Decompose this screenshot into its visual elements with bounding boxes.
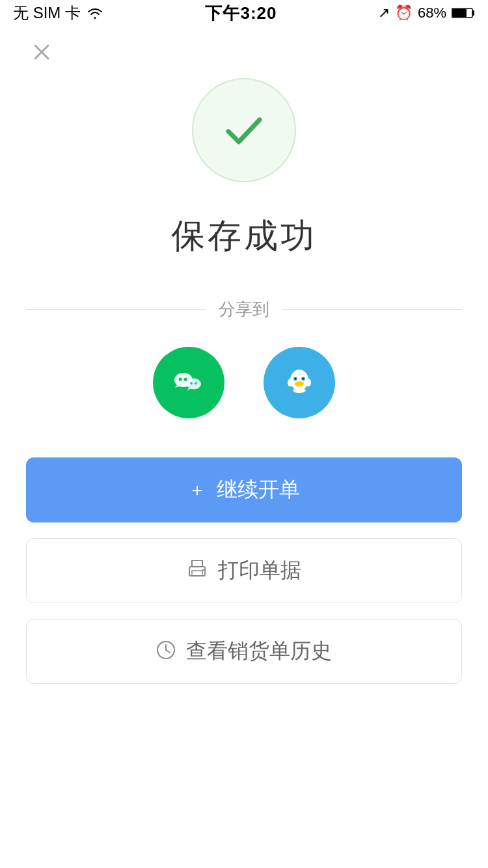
divider-left (26, 309, 206, 310)
battery-percent: 68% (418, 5, 446, 21)
print-label: 打印单据 (218, 556, 301, 585)
battery-icon (452, 7, 475, 19)
location-icon: ↗ (378, 5, 390, 21)
continue-button[interactable]: ＋ 继续开单 (26, 457, 462, 522)
share-section: 分享到 (0, 298, 488, 418)
svg-point-10 (195, 382, 197, 385)
plus-icon: ＋ (188, 481, 206, 499)
svg-point-8 (184, 378, 187, 381)
share-label: 分享到 (206, 298, 282, 321)
status-bar: 无 SIM 卡 下午3:20 ↗ ⏰ 68% (0, 0, 488, 26)
svg-point-17 (288, 379, 293, 387)
success-title: 保存成功 (171, 213, 317, 259)
svg-rect-1 (472, 10, 474, 16)
qq-icon (280, 363, 319, 402)
svg-rect-22 (192, 571, 202, 576)
svg-point-7 (179, 378, 182, 381)
qq-share-button[interactable] (264, 347, 335, 418)
svg-point-11 (290, 370, 308, 390)
svg-point-9 (190, 382, 193, 385)
success-circle (192, 78, 296, 182)
clock-icon (156, 640, 176, 663)
main-content: 保存成功 分享到 (0, 26, 488, 684)
status-carrier: 无 SIM 卡 (13, 3, 104, 23)
svg-point-18 (306, 379, 311, 387)
divider-right (282, 309, 462, 310)
wechat-share-button[interactable] (153, 347, 224, 418)
print-button[interactable]: 打印单据 (26, 538, 462, 603)
history-button[interactable]: 查看销货单历史 (26, 619, 462, 684)
svg-point-6 (187, 379, 201, 390)
svg-point-19 (293, 388, 306, 393)
svg-point-23 (202, 569, 204, 571)
svg-point-14 (295, 378, 297, 380)
close-button[interactable] (26, 36, 57, 68)
share-icons-row (153, 347, 335, 418)
history-label: 查看销货单历史 (186, 637, 332, 666)
printer-icon (187, 560, 208, 582)
wechat-icon (169, 363, 208, 402)
alarm-icon: ⏰ (395, 5, 413, 21)
svg-rect-2 (452, 9, 467, 17)
svg-point-15 (303, 378, 305, 380)
status-right: ↗ ⏰ 68% (378, 5, 475, 21)
svg-rect-21 (192, 560, 202, 567)
svg-line-26 (166, 650, 170, 653)
checkmark-icon (218, 104, 270, 156)
status-time: 下午3:20 (205, 2, 277, 25)
continue-label: 继续开单 (217, 476, 300, 504)
action-buttons: ＋ 继续开单 打印单据 (0, 457, 488, 684)
share-divider-row: 分享到 (0, 298, 488, 321)
